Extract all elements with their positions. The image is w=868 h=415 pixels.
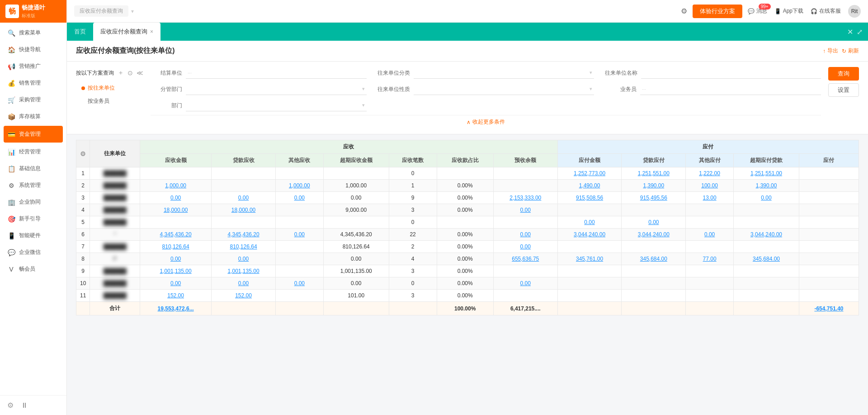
app-download-btn[interactable]: 📱 App下载 (774, 7, 803, 15)
row-recv-ratio: 0.00% (437, 180, 493, 192)
filter-nav-item-1[interactable]: 按业务员 (76, 95, 143, 108)
table-settings-icon[interactable]: ⚙ (80, 150, 86, 157)
filter-scheme-label: 按以下方案查询 (76, 69, 114, 77)
row-adv-bal[interactable]: 0.00 (493, 229, 557, 241)
row-loan-pay[interactable]: 1,390.00 (622, 180, 686, 192)
row-yf-amount[interactable]: 345,761.00 (557, 253, 622, 265)
collapse-more-btn[interactable]: ∧ 收起更多条件 (151, 115, 821, 129)
row-ys-amount[interactable]: 1,000.00 (140, 180, 212, 192)
row-other-pay[interactable]: 13.00 (686, 192, 734, 204)
header-settings-icon[interactable]: ⚙ (681, 7, 687, 15)
row-loan-pay[interactable]: 345,684.00 (622, 253, 686, 265)
row-overdue-pay[interactable]: 345,684.00 (734, 253, 799, 265)
row-other-pay[interactable]: 77.00 (686, 253, 734, 265)
sidebar-item-enterprise[interactable]: 🏢企业协同 (0, 194, 66, 210)
sidebar-item-vip[interactable]: V畅会员 (0, 261, 66, 277)
sidebar-item-purchase[interactable]: 🛒采购管理 (0, 91, 66, 108)
footer-yingshou-total[interactable]: 19,553,472,6... (140, 302, 212, 315)
user-avatar[interactable]: Rit (848, 5, 861, 18)
settings-icon[interactable]: ⚙ (7, 401, 14, 410)
sidebar-item-basic[interactable]: 📋基础信息 (0, 160, 66, 177)
row-loan-pay[interactable]: 0.00 (622, 216, 686, 229)
row-other-pay[interactable]: 0.00 (686, 229, 734, 241)
row-yf-amount[interactable]: 0.00 (557, 216, 622, 229)
sidebar-item-marketing[interactable]: 📢营销推广 (0, 58, 66, 75)
settlement-unit-input[interactable]: ··· (186, 67, 367, 79)
row-other-recv[interactable]: 1,000.00 (275, 180, 323, 192)
row-loan-recv[interactable]: 18,000.00 (212, 204, 276, 216)
sidebar-item-wechat[interactable]: 💬企业微信 (0, 244, 66, 261)
row-adv-bal[interactable]: 0.00 (493, 277, 557, 290)
row-overdue-pay (734, 216, 799, 229)
sidebar-item-hardware[interactable]: 📱智能硬件 (0, 227, 66, 244)
collapse-icon[interactable]: ⏸ (21, 401, 28, 410)
row-other-pay[interactable]: 1,222.00 (686, 167, 734, 180)
sidebar-item-inventory[interactable]: 📦库存核算 (0, 108, 66, 125)
close-window-btn[interactable]: ✕ (847, 28, 853, 36)
row-other-recv[interactable]: 0.00 (275, 192, 323, 204)
edit-filter-icon[interactable]: ⊙ (127, 69, 133, 76)
tab-close-arbalance[interactable]: × (150, 29, 153, 35)
add-filter-icon[interactable]: ＋ (118, 69, 124, 77)
row-adv-bal[interactable]: 655,636.75 (493, 253, 557, 265)
footer-yingfu-total[interactable]: -654,751.40 (799, 302, 859, 315)
sidebar-item-operation[interactable]: 📊经营管理 (0, 143, 66, 160)
row-overdue-pay[interactable]: 1,251,551.00 (734, 167, 799, 180)
row-yf-amount[interactable]: 1,490.00 (557, 180, 622, 192)
sidebar-item-finance[interactable]: 💳资金管理 (4, 126, 63, 143)
industry-btn[interactable]: 体验行业方案 (693, 5, 742, 18)
collapse-filter-icon[interactable]: ≪ (137, 69, 143, 76)
set-btn[interactable]: 设置 (828, 83, 859, 97)
row-ys-amount[interactable]: 0.00 (140, 253, 212, 265)
row-loan-recv[interactable]: 4,345,436.20 (212, 229, 276, 241)
row-loan-recv[interactable]: 0.00 (212, 192, 276, 204)
row-ys-amount[interactable]: 4,345,436.20 (140, 229, 212, 241)
salesman-input[interactable]: ··· (640, 83, 821, 95)
row-adv-bal[interactable]: 0.00 (493, 204, 557, 216)
row-loan-pay[interactable]: 915,495.56 (622, 192, 686, 204)
row-loan-recv[interactable]: 0.00 (212, 277, 276, 290)
query-btn[interactable]: 查询 (828, 67, 859, 81)
maximize-btn[interactable]: ⤢ (857, 28, 863, 36)
row-other-pay[interactable]: 100.00 (686, 180, 734, 192)
row-ys-amount[interactable]: 18,000.00 (140, 204, 212, 216)
sidebar-item-guide[interactable]: 🎯新手引导 (0, 210, 66, 227)
online-service-btn[interactable]: 🎧 在线客服 (811, 7, 841, 15)
unit-name-input[interactable] (641, 67, 821, 79)
unit-category-input[interactable]: ▾ (414, 67, 594, 79)
row-other-recv[interactable]: 0.00 (275, 277, 323, 290)
sidebar-item-search[interactable]: 🔍搜索菜单 (0, 24, 66, 41)
row-yf-amount[interactable]: 915,508.56 (557, 192, 622, 204)
row-loan-recv[interactable]: 152.00 (212, 290, 276, 302)
tab-arbalance[interactable]: 应收应付余额查询× (93, 23, 160, 41)
message-btn[interactable]: 💬 消息 99+ (748, 7, 767, 15)
row-loan-pay[interactable]: 3,044,240.00 (622, 229, 686, 241)
dept-manager-input[interactable]: ▾ (186, 83, 367, 95)
row-loan-recv[interactable]: 1,001,135.00 (212, 265, 276, 277)
row-loan-recv[interactable]: 810,126.64 (212, 241, 276, 253)
row-ys-amount[interactable]: 0.00 (140, 277, 212, 290)
row-yf-amount[interactable]: 1,252,773.00 (557, 167, 622, 180)
sidebar-item-quicknav[interactable]: 🏠快捷导航 (0, 41, 66, 58)
row-adv-bal[interactable]: 0.00 (493, 241, 557, 253)
row-ys-amount[interactable]: 0.00 (140, 192, 212, 204)
filter-nav-item-0[interactable]: 按往来单位 (76, 81, 143, 95)
row-overdue-pay[interactable]: 3,044,240.00 (734, 229, 799, 241)
sidebar-item-sales[interactable]: 💰销售管理 (0, 75, 66, 91)
export-btn[interactable]: ↑ 导出 (823, 47, 838, 55)
dept-input[interactable]: ▾ (186, 100, 367, 111)
row-adv-bal[interactable]: 2,153,333.00 (493, 192, 557, 204)
row-overdue-pay[interactable]: 1,390.00 (734, 180, 799, 192)
row-loan-pay[interactable]: 1,251,551.00 (622, 167, 686, 180)
row-yf-amount[interactable]: 3,044,240.00 (557, 229, 622, 241)
row-ys-amount[interactable]: 1,001,135.00 (140, 265, 212, 277)
tab-home[interactable]: 首页 (67, 23, 93, 41)
unit-nature-input[interactable]: ▾ (414, 83, 594, 95)
sidebar-item-system[interactable]: ⚙系统管理 (0, 177, 66, 194)
refresh-btn[interactable]: ↻ 刷新 (842, 47, 859, 55)
row-overdue-pay[interactable]: 0.00 (734, 192, 799, 204)
row-ys-amount[interactable]: 152.00 (140, 290, 212, 302)
row-loan-recv[interactable]: 0.00 (212, 253, 276, 265)
row-other-recv[interactable]: 0.00 (275, 229, 323, 241)
row-ys-amount[interactable]: 810,126.64 (140, 241, 212, 253)
